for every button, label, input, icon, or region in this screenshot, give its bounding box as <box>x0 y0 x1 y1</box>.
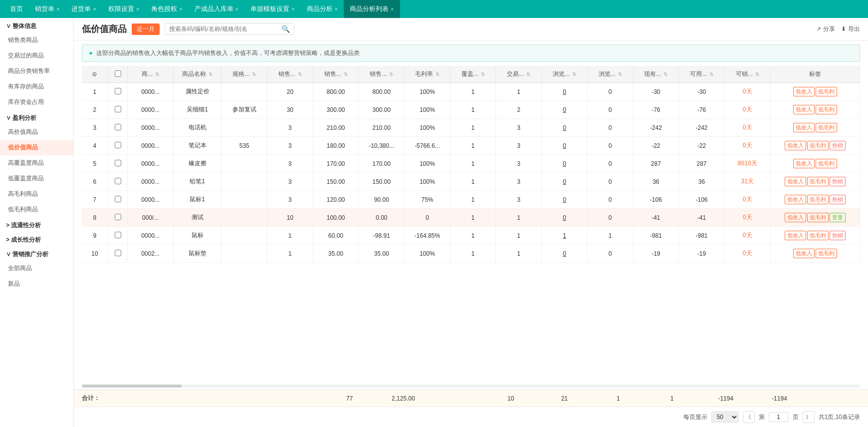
cell-1[interactable] <box>108 155 127 173</box>
col-header-8[interactable]: 毛利率 ⇅ <box>405 66 450 83</box>
sidebar-group-整体信息[interactable]: ∨ 整体信息 <box>0 18 73 32</box>
nav-close-icon[interactable]: × <box>335 6 338 12</box>
cell-1[interactable] <box>108 191 127 209</box>
col-header-10[interactable]: 交易... ⇅ <box>496 66 542 83</box>
cell-11[interactable]: 0 <box>542 191 588 209</box>
nav-item-销货单[interactable]: 销货单 × <box>29 0 65 18</box>
nav-item-权限设置[interactable]: 权限设置 × <box>102 0 145 18</box>
row-checkbox[interactable] <box>115 196 121 202</box>
row-checkbox[interactable] <box>115 106 121 112</box>
sort-icon-11[interactable]: ⇅ <box>571 71 576 77</box>
nav-item-首页[interactable]: 首页 <box>4 0 29 18</box>
sort-icon-4[interactable]: ⇅ <box>250 71 256 77</box>
col-header-13[interactable]: 现有... ⇅ <box>633 66 679 83</box>
nav-item-商品分析[interactable]: 商品分析 × <box>301 0 344 18</box>
row-checkbox[interactable] <box>115 160 121 166</box>
cell-11[interactable]: 0 <box>542 173 588 191</box>
prev-first-btn[interactable]: 《 <box>743 411 755 423</box>
col-header-12[interactable]: 浏览... ⇅ <box>587 66 633 83</box>
sidebar-group-成长性分析[interactable]: > 成长性分析 <box>0 232 73 246</box>
search-icon[interactable]: 🔍 <box>281 25 290 33</box>
cell-11[interactable]: 0 <box>542 209 588 227</box>
cell-1[interactable] <box>108 83 127 101</box>
cell-11[interactable]: 0 <box>542 119 588 137</box>
sidebar-item-销售类商品[interactable]: 销售类商品 <box>0 32 73 48</box>
view-link[interactable]: 0 <box>563 88 566 95</box>
cell-1[interactable] <box>108 101 127 119</box>
row-checkbox[interactable] <box>115 124 121 130</box>
sort-icon-5[interactable]: ⇅ <box>296 71 302 77</box>
settings-icon[interactable]: ⚙ <box>92 71 97 78</box>
sort-icon-7[interactable]: ⇅ <box>388 71 393 77</box>
row-checkbox[interactable] <box>115 88 121 94</box>
row-checkbox[interactable] <box>115 178 121 184</box>
sidebar-item-低价值商品[interactable]: 低价值商品 <box>0 140 73 155</box>
nav-close-icon[interactable]: × <box>136 6 139 12</box>
col-header-15[interactable]: 可销... ⇅ <box>724 66 770 83</box>
sidebar-group-流通性分析[interactable]: > 流通性分析 <box>0 217 73 232</box>
sidebar-group-营销推广分析[interactable]: ∨ 营销推广分析 <box>0 246 73 261</box>
scrollbar[interactable] <box>82 385 860 388</box>
cell-11[interactable]: 0 <box>542 137 588 155</box>
cell-11[interactable]: 0 <box>542 83 588 101</box>
row-checkbox[interactable] <box>115 214 121 220</box>
cell-1[interactable] <box>108 245 127 263</box>
row-checkbox[interactable] <box>115 232 121 238</box>
sidebar-item-有库存的商品[interactable]: 有库存的商品 <box>0 79 73 94</box>
col-header-7[interactable]: 销售... ⇅ <box>359 66 405 83</box>
sort-icon-14[interactable]: ⇅ <box>708 71 713 77</box>
nav-close-icon[interactable]: × <box>56 6 59 12</box>
col-header-5[interactable]: 销售... ⇅ <box>267 66 313 83</box>
nav-close-icon[interactable]: × <box>93 6 96 12</box>
view-link[interactable]: 0 <box>563 250 566 257</box>
row-checkbox[interactable] <box>115 250 121 256</box>
sidebar-item-新品[interactable]: 新品 <box>0 276 73 292</box>
nav-item-产成品入库单[interactable]: 产成品入库单 × <box>189 0 244 18</box>
nav-item-进货单[interactable]: 进货单 × <box>65 0 102 18</box>
nav-close-icon[interactable]: × <box>291 6 294 12</box>
export-btn[interactable]: ⬇ 导出 <box>841 25 860 33</box>
sidebar-item-高价值商品[interactable]: 高价值商品 <box>0 124 73 140</box>
sidebar-item-交易过的商品[interactable]: 交易过的商品 <box>0 48 73 63</box>
page-input[interactable] <box>769 412 789 422</box>
search-input[interactable] <box>169 25 281 32</box>
share-btn[interactable]: ↗ 分享 <box>816 25 835 33</box>
view-link[interactable]: 1 <box>563 232 566 239</box>
col-header-11[interactable]: 浏览... ⇅ <box>542 66 588 83</box>
view-link[interactable]: 0 <box>563 178 566 185</box>
sort-icon-2[interactable]: ⇅ <box>154 71 159 77</box>
sort-icon-3[interactable]: ⇅ <box>207 71 213 77</box>
cell-1[interactable] <box>108 137 127 155</box>
nav-item-角色授权[interactable]: 角色授权 × <box>145 0 188 18</box>
view-link[interactable]: 0 <box>563 124 566 131</box>
sidebar-item-高覆盖度商品[interactable]: 高覆盖度商品 <box>0 155 73 171</box>
cell-11[interactable]: 0 <box>542 245 588 263</box>
sort-icon-10[interactable]: ⇅ <box>525 71 530 77</box>
sidebar-item-高毛利商品[interactable]: 高毛利商品 <box>0 186 73 202</box>
col-header-9[interactable]: 覆盖... ⇅ <box>450 66 496 83</box>
view-link[interactable]: 0 <box>563 214 566 221</box>
nav-item-商品分析列表[interactable]: 商品分析列表 × <box>344 0 400 18</box>
cell-1[interactable] <box>108 173 127 191</box>
sidebar-group-盈利分析[interactable]: ∨ 盈利分析 <box>0 110 73 124</box>
sort-icon-15[interactable]: ⇅ <box>754 71 759 77</box>
sidebar-item-全部商品[interactable]: 全部商品 <box>0 261 73 276</box>
cell-11[interactable]: 1 <box>542 227 588 245</box>
view-link[interactable]: 0 <box>563 196 566 203</box>
next-last-btn[interactable]: 》 <box>803 411 815 423</box>
cell-1[interactable] <box>108 119 127 137</box>
nav-item-单据模板设置[interactable]: 单据模板设置 × <box>244 0 300 18</box>
cell-1[interactable] <box>108 227 127 245</box>
col-header-6[interactable]: 销售... ⇅ <box>313 66 359 83</box>
view-link[interactable]: 0 <box>563 142 566 149</box>
filter-btn[interactable]: 近一月 <box>132 23 160 35</box>
cell-11[interactable]: 0 <box>542 101 588 119</box>
sort-icon-6[interactable]: ⇅ <box>342 71 348 77</box>
sort-icon-13[interactable]: ⇅ <box>662 71 667 77</box>
col-header-3[interactable]: 商品名称 ⇅ <box>173 66 221 83</box>
sort-icon-12[interactable]: ⇅ <box>617 71 622 77</box>
nav-close-icon[interactable]: × <box>179 6 182 12</box>
view-link[interactable]: 0 <box>563 160 566 167</box>
col-header-2[interactable]: 商... ⇅ <box>128 66 174 83</box>
page-size-select[interactable]: 50 100 200 <box>711 412 739 423</box>
